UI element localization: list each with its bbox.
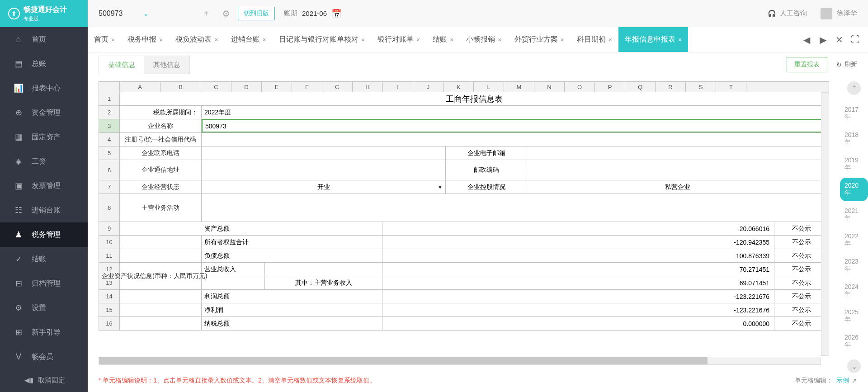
old-version-button[interactable]: 切到旧版	[238, 7, 275, 20]
tab-5[interactable]: 银行对账单×	[371, 27, 426, 52]
tab-9[interactable]: 科目期初×	[571, 27, 618, 52]
publish-select[interactable]: 不公示▼	[774, 222, 829, 235]
fin-value[interactable]: -123.221676	[382, 290, 774, 303]
reg-code-input[interactable]	[202, 133, 829, 146]
tab-3[interactable]: 进销台账×	[225, 27, 273, 52]
nav-item-12[interactable]: ⊞新手引导	[0, 320, 88, 345]
status-label[interactable]: 企业经营状态	[120, 180, 202, 194]
tab-close-icon[interactable]: ×	[450, 36, 453, 43]
nav-item-5[interactable]: ◈工资	[0, 149, 88, 174]
year-2022年[interactable]: 2022年	[840, 228, 868, 252]
publish-select[interactable]: 不公示▼	[774, 276, 829, 289]
address-label[interactable]: 企业通信地址	[120, 160, 202, 180]
publish-select[interactable]: 不公示▼	[774, 249, 829, 262]
nav-item-9[interactable]: ✓结账	[0, 247, 88, 271]
fin-label[interactable]: 利润总额	[202, 290, 382, 303]
company-name-input[interactable]: 500973	[202, 119, 829, 132]
nav-item-8[interactable]: ♟税务管理	[0, 222, 88, 247]
col-header-S[interactable]: S	[686, 82, 716, 92]
phone-input[interactable]	[202, 146, 446, 160]
tab-prev-button[interactable]: ◀	[798, 32, 815, 48]
fin-value[interactable]: 100.876339	[382, 249, 774, 262]
col-header-L[interactable]: L	[474, 82, 504, 92]
col-header-M[interactable]: M	[504, 82, 534, 92]
tab-close-all-button[interactable]: ✕	[831, 32, 847, 48]
nav-item-2[interactable]: 📊报表中心	[0, 76, 88, 100]
year-2024年[interactable]: 2024年	[840, 279, 868, 302]
email-input[interactable]	[527, 146, 829, 160]
zip-label[interactable]: 邮政编码	[446, 160, 527, 180]
tab-close-icon[interactable]: ×	[263, 36, 266, 43]
row-header[interactable]: 8	[99, 194, 120, 222]
col-header-P[interactable]: P	[595, 82, 625, 92]
publish-select[interactable]: 不公示▼	[774, 263, 829, 276]
year-2019年[interactable]: 2019年	[840, 152, 868, 176]
tab-close-icon[interactable]: ×	[159, 36, 163, 43]
fin-label[interactable]: 纳税总额	[202, 317, 382, 330]
tab-next-button[interactable]: ▶	[815, 32, 831, 48]
nav-item-6[interactable]: ▣发票管理	[0, 174, 88, 198]
col-header-K[interactable]: K	[443, 82, 474, 92]
phone-label[interactable]: 企业联系电话	[120, 146, 202, 160]
fin-value[interactable]: -20.066016	[382, 222, 774, 235]
holding-label[interactable]: 企业控股情况	[446, 180, 527, 194]
tab-close-icon[interactable]: ×	[361, 36, 365, 43]
nav-item-13[interactable]: V畅会员	[0, 345, 88, 369]
fin-label[interactable]: 营业总收入	[202, 263, 265, 276]
publish-select[interactable]: 不公示▼	[774, 236, 829, 249]
col-header-N[interactable]: N	[534, 82, 565, 92]
tab-close-icon[interactable]: ×	[111, 36, 115, 43]
fin-label[interactable]: 净利润	[202, 303, 382, 316]
col-header-H[interactable]: H	[353, 82, 383, 92]
year-2025年[interactable]: 2025年	[840, 304, 868, 328]
spreadsheet[interactable]: ABCDEFGHIJKLMNOPQRST 1 工商年报信息表 2 税款所属期间：…	[99, 81, 829, 365]
email-label[interactable]: 企业电子邮箱	[446, 146, 527, 160]
publish-select[interactable]: 不公示▼	[774, 303, 829, 316]
nav-item-10[interactable]: ⊟归档管理	[0, 271, 88, 296]
row-header[interactable]: 4	[99, 133, 120, 146]
year-2017年[interactable]: 2017年	[840, 102, 868, 125]
tab-0[interactable]: 首页×	[88, 27, 121, 52]
refresh-button[interactable]: ↻ 刷新	[836, 61, 857, 69]
reg-code-label[interactable]: 注册号/统一社会信用代码	[120, 133, 202, 146]
year-2023年[interactable]: 2023年	[840, 254, 868, 277]
col-header-F[interactable]: F	[292, 82, 322, 92]
sheet-title[interactable]: 工商年报信息表	[120, 92, 829, 105]
year-2026年[interactable]: 2026年	[840, 330, 868, 353]
scroll-thumb[interactable]	[99, 357, 708, 364]
nav-item-7[interactable]: ☷进销台账	[0, 198, 88, 222]
fin-label[interactable]: 负债总额	[202, 249, 382, 262]
tab-10[interactable]: 年报信息申报表×	[618, 27, 688, 52]
unpin-button[interactable]: ◀▮ 取消固定	[0, 369, 88, 392]
user-menu[interactable]: 徐泽华	[821, 8, 857, 19]
fin-label[interactable]: 所有者权益合计	[202, 236, 382, 249]
tab-close-icon[interactable]: ×	[678, 36, 682, 43]
add-icon[interactable]: +	[198, 5, 214, 22]
status-select[interactable]: 开业▼	[202, 180, 446, 194]
tab-6[interactable]: 结账×	[426, 27, 460, 52]
sub-label[interactable]: 其中：主营业务收入	[265, 276, 382, 289]
scrollbar-vertical[interactable]	[821, 92, 829, 356]
main-business-label[interactable]: 主营业务活动	[120, 194, 202, 222]
year-2021年[interactable]: 2021年	[840, 203, 868, 227]
nav-item-0[interactable]: ⌂首页	[0, 27, 88, 52]
row-header[interactable]: 6	[99, 160, 120, 180]
nav-item-11[interactable]: ⚙设置	[0, 296, 88, 320]
tab-close-icon[interactable]: ×	[561, 36, 564, 43]
tab-close-icon[interactable]: ×	[416, 36, 420, 43]
asset-merge-label[interactable]: 企业资产状况信息(币种：人民币万元)	[99, 222, 210, 331]
corner-cell[interactable]	[99, 82, 120, 92]
tab-1[interactable]: 税务申报×	[121, 27, 169, 52]
tab-close-icon[interactable]: ×	[498, 36, 501, 43]
fin-value[interactable]: 0.000000	[382, 317, 774, 330]
col-header-Q[interactable]: Q	[625, 82, 656, 92]
holding-select[interactable]: 私营企业▼	[527, 180, 829, 194]
zip-input[interactable]	[527, 160, 829, 180]
tab-close-icon[interactable]: ×	[214, 36, 218, 43]
cell[interactable]	[202, 276, 265, 289]
company-name-label[interactable]: 企业名称	[120, 119, 202, 132]
year-2018年[interactable]: 2018年	[840, 127, 868, 151]
col-header-R[interactable]: R	[656, 82, 686, 92]
nav-item-3[interactable]: ⊕资金管理	[0, 100, 88, 125]
period-value-cell[interactable]: 2022年度	[202, 106, 829, 119]
